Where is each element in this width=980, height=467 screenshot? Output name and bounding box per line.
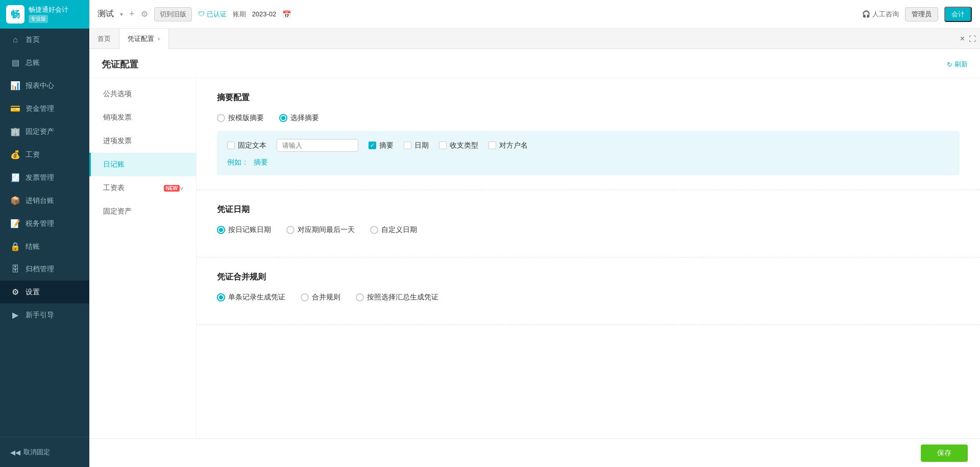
config-layout: 公共选项 销项发票 进项发票 日记账 工资表 NEW ∨ [89, 78, 980, 460]
consult-label: 人工咨询 [872, 10, 899, 19]
reports-icon: 📊 [10, 81, 20, 90]
topbar-period-value: 2023-02 [252, 10, 277, 18]
date-checkbox [404, 142, 411, 149]
ledger-icon: ▤ [10, 58, 20, 67]
tab-voucher-config[interactable]: 凭证配置 × [119, 29, 169, 49]
sidebar-item-archive[interactable]: 🗄 归档管理 [0, 258, 89, 281]
sidebar-label-sales-purchase: 进销台账 [26, 196, 54, 205]
config-nav-journal[interactable]: 日记账 [89, 153, 196, 176]
merge-radio-single[interactable]: 单条记录生成凭证 [217, 293, 285, 302]
funds-icon: 💳 [10, 104, 20, 113]
topbar-add-btn[interactable]: + [129, 9, 135, 19]
merge-radio-rule[interactable]: 合并规则 [301, 293, 340, 302]
sidebar-item-reports[interactable]: 📊 报表中心 [0, 74, 89, 97]
sidebar-item-closing[interactable]: 🔒 结账 [0, 235, 89, 258]
tab-home[interactable]: 首页 [89, 29, 119, 49]
sidebar-item-payroll[interactable]: 💰 工资 [0, 143, 89, 166]
tabbar-expand-icon[interactable]: ⛶ [969, 35, 976, 43]
config-nav-payroll-label: 工资表 [103, 183, 125, 193]
counterpart-label: 对方户名 [499, 141, 528, 150]
content-area: 凭证配置 ↻ 刷新 公共选项 销项发票 进项发票 日记账 [89, 49, 980, 467]
checkbox-fixed-text[interactable]: 固定文本 [227, 141, 266, 150]
config-nav-payroll[interactable]: 工资表 NEW ∨ [89, 176, 196, 200]
topbar-project-name: 测试 [97, 9, 114, 19]
config-nav-purchase[interactable]: 进项发票 [89, 129, 196, 153]
summary-section-title: 摘要配置 [217, 92, 960, 103]
summary-checkboxes-row: 固定文本 ✓ 摘要 日期 [227, 139, 949, 152]
page-header: 凭证配置 ↻ 刷新 [89, 49, 980, 78]
checkbox-income-type[interactable]: 收支类型 [439, 141, 478, 150]
fixed-text-label: 固定文本 [238, 141, 266, 150]
radio-by-selection-label: 按照选择汇总生成凭证 [367, 293, 438, 302]
radio-journal-date-circle [217, 226, 225, 234]
bottom-spacer [197, 325, 980, 427]
guide-icon: ▶ [10, 310, 20, 320]
sidebar-collapse-btn[interactable]: ◀◀ 取消固定 [0, 442, 89, 462]
date-radio-group: 按日记账日期 对应期间最后一天 自定义日期 [217, 225, 960, 235]
sidebar-label-invoice: 发票管理 [26, 173, 54, 182]
headset-icon: 🎧 [862, 10, 870, 18]
topbar-consult-btn[interactable]: 🎧 人工咨询 [862, 10, 899, 19]
example-value: 摘要 [254, 158, 268, 166]
sidebar-item-fixed-assets[interactable]: 🏢 固定资产 [0, 120, 89, 143]
sidebar-label-tax: 税务管理 [26, 219, 54, 228]
collapse-arrow-icon: ◀◀ [10, 449, 20, 456]
config-nav-sales[interactable]: 销项发票 [89, 106, 196, 129]
sidebar-bottom: ◀◀ 取消固定 [0, 437, 89, 467]
summary-example: 例如： 摘要 [227, 158, 949, 167]
checkbox-date[interactable]: 日期 [404, 141, 429, 150]
tabbar-close-icon[interactable]: × [960, 34, 965, 43]
summary-checkbox: ✓ [369, 142, 376, 149]
topbar-dropdown-btn[interactable]: ▾ [120, 11, 123, 18]
fixed-text-input[interactable] [277, 139, 358, 152]
counterpart-checkbox [488, 142, 496, 149]
summary-radio-select[interactable]: 选择摘要 [279, 113, 319, 123]
certified-label: 已认证 [207, 10, 227, 19]
merge-radio-group: 单条记录生成凭证 合并规则 按照选择汇总生成凭证 [217, 293, 960, 302]
home-icon: ⌂ [10, 35, 20, 44]
payroll-icon: 💰 [10, 150, 20, 159]
merge-section: 凭证合并规则 单条记录生成凭证 合并规则 按照选择汇总生成凭证 [197, 258, 980, 325]
sidebar-item-guide[interactable]: ▶ 新手引导 [0, 303, 89, 326]
sidebar-item-settings[interactable]: ⚙ 设置 [0, 281, 89, 303]
date-radio-last-day[interactable]: 对应期间最后一天 [286, 225, 355, 235]
topbar-admin-btn[interactable]: 管理员 [905, 7, 938, 21]
calendar-icon[interactable]: 📅 [282, 10, 291, 18]
invoice-icon: 🧾 [10, 173, 20, 182]
date-radio-journal[interactable]: 按日记账日期 [217, 225, 271, 235]
sales-purchase-icon: 📦 [10, 196, 20, 205]
topbar-period-label: 账期 [233, 10, 246, 19]
topbar-accountant-btn[interactable]: 会计 [944, 7, 972, 22]
topbar: 测试 ▾ + ⚙ 切到旧版 🛡 已认证 账期 2023-02 📅 🎧 人工咨询 … [89, 0, 980, 29]
merge-section-title: 凭证合并规则 [217, 272, 960, 283]
sidebar-item-home[interactable]: ⌂ 首页 [0, 29, 89, 51]
topbar-oldver-btn[interactable]: 切到旧版 [154, 7, 192, 21]
checkbox-counterpart[interactable]: 对方户名 [488, 141, 528, 150]
tab-close-btn[interactable]: × [157, 36, 160, 42]
date-radio-custom[interactable]: 自定义日期 [370, 225, 417, 235]
sidebar-item-invoice[interactable]: 🧾 发票管理 [0, 166, 89, 189]
payroll-expand-icon: ∨ [180, 185, 184, 192]
logo-icon: 畅 [6, 5, 24, 24]
checkbox-summary[interactable]: ✓ 摘要 [369, 141, 394, 150]
config-nav-fixed[interactable]: 固定资产 [89, 200, 196, 223]
save-btn[interactable]: 保存 [921, 445, 968, 462]
tax-icon: 📝 [10, 219, 20, 228]
refresh-btn[interactable]: ↻ 刷新 [947, 60, 968, 69]
sidebar-item-ledger[interactable]: ▤ 总账 [0, 51, 89, 74]
config-content: 摘要配置 按模版摘要 选择摘要 [197, 78, 980, 460]
radio-select-label: 选择摘要 [290, 113, 319, 123]
sidebar-label-reports: 报表中心 [26, 81, 54, 90]
topbar-gear-btn[interactable]: ⚙ [141, 9, 148, 19]
merge-radio-by-selection[interactable]: 按照选择汇总生成凭证 [356, 293, 438, 302]
config-nav-fixed-label: 固定资产 [103, 207, 132, 215]
config-nav-sales-label: 销项发票 [103, 113, 132, 121]
sidebar-item-tax[interactable]: 📝 税务管理 [0, 212, 89, 235]
income-type-label: 收支类型 [450, 141, 478, 150]
config-nav-public[interactable]: 公共选项 [89, 82, 196, 106]
example-prefix: 例如： [227, 158, 249, 166]
summary-radio-template[interactable]: 按模版摘要 [217, 113, 264, 123]
sidebar-item-funds[interactable]: 💳 资金管理 [0, 97, 89, 120]
shield-icon: 🛡 [198, 10, 205, 18]
sidebar-item-sales-purchase[interactable]: 📦 进销台账 [0, 189, 89, 212]
